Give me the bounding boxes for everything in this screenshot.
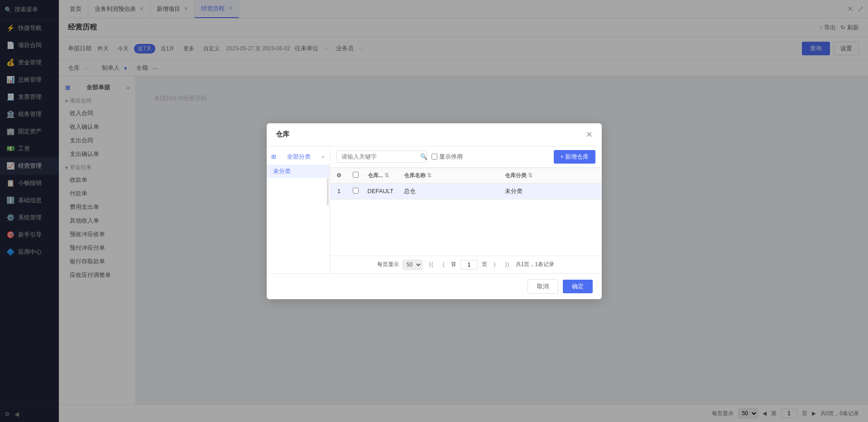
modal-page-input[interactable] [460, 260, 478, 269]
modal-title: 仓库 [276, 130, 289, 139]
sort-category-icon[interactable]: ⇅ [528, 172, 532, 179]
modal-page-label: 算 [451, 261, 456, 268]
settings-col-icon[interactable]: ⚙ [336, 172, 341, 179]
scroll-thumb [327, 178, 329, 205]
col-check-header [348, 168, 363, 183]
modal-left-scroll-area [267, 178, 330, 269]
row-category: 未分类 [500, 183, 602, 199]
modal-pagination: 每页显示 50 ⟨⟨ ⟨ 算 页 ⟩ ⟩⟩ 共1页，1条记录 [330, 256, 602, 273]
col-name-header: 仓库名称 ⇅ [399, 168, 501, 183]
modal-first-page-btn[interactable]: ⟨⟨ [426, 260, 436, 269]
row-id: DEFAULT [363, 183, 399, 199]
modal-prev-page-btn[interactable]: ⟨ [440, 260, 447, 269]
modal-table: ⚙ 仓库... ⇅ 仓库名称 [330, 168, 602, 199]
modal-close-button[interactable]: ✕ [586, 130, 593, 140]
row-check[interactable] [348, 183, 363, 199]
modal-total: 共1页，1条记录 [516, 261, 554, 268]
modal-right-panel: 🔍 显示停用 + 新增仓库 ⚙ [330, 146, 602, 273]
row-name: 总仓 [399, 183, 501, 199]
cancel-button[interactable]: 取消 [528, 279, 558, 294]
modal-table-head: ⚙ 仓库... ⇅ 仓库名称 [330, 168, 602, 183]
modal-table-body: 1 DEFAULT 总仓 未分类 [330, 183, 602, 199]
modal-page-unit: 页 [482, 261, 487, 268]
modal-search-input[interactable] [341, 153, 417, 160]
show-disabled-label[interactable]: 显示停用 [432, 153, 463, 161]
search-icon: 🔍 [420, 153, 427, 160]
modal-table-header-row: ⚙ 仓库... ⇅ 仓库名称 [330, 168, 602, 183]
row-checkbox[interactable] [353, 188, 359, 194]
modal-table-wrap: ⚙ 仓库... ⇅ 仓库名称 [330, 168, 602, 256]
col-num-header: ⚙ [330, 168, 348, 183]
sort-id-icon[interactable]: ⇅ [384, 172, 389, 179]
modal-next-page-btn[interactable]: ⟩ [491, 260, 499, 269]
add-warehouse-button[interactable]: + 新增仓库 [554, 150, 595, 164]
modal-cat-uncategorized[interactable]: 未分类 [267, 165, 330, 178]
modal-per-page-label: 每页显示 [377, 261, 399, 268]
col-category-header: 仓库分类 ⇅ [500, 168, 602, 183]
confirm-button[interactable]: 确定 [563, 280, 593, 293]
modal-toolbar: 🔍 显示停用 + 新增仓库 [330, 146, 602, 168]
modal-body: ⊞ 全部分类 « 未分类 🔍 [267, 146, 602, 273]
modal-all-categories[interactable]: ⊞ 全部分类 « [267, 151, 330, 165]
table-row[interactable]: 1 DEFAULT 总仓 未分类 [330, 183, 602, 199]
row-num: 1 [330, 183, 348, 199]
grid-icon: ⊞ [271, 153, 276, 160]
sort-name-icon[interactable]: ⇅ [427, 172, 432, 179]
modal-search-box[interactable]: 🔍 [336, 150, 427, 163]
col-id-header: 仓库... ⇅ [363, 168, 399, 183]
modal-category-panel: ⊞ 全部分类 « 未分类 [267, 146, 330, 273]
show-disabled-checkbox[interactable] [432, 154, 437, 160]
modal-per-page-select[interactable]: 50 [403, 260, 422, 270]
modal-overlay: 仓库 ✕ ⊞ 全部分类 « 未分类 [0, 0, 868, 422]
modal-footer: 取消 确定 [267, 273, 602, 299]
collapse-left-icon[interactable]: « [321, 153, 325, 160]
modal-last-page-btn[interactable]: ⟩⟩ [502, 260, 512, 269]
modal-header: 仓库 ✕ [267, 123, 602, 146]
warehouse-modal: 仓库 ✕ ⊞ 全部分类 « 未分类 [267, 123, 602, 299]
select-all-checkbox[interactable] [353, 172, 359, 178]
